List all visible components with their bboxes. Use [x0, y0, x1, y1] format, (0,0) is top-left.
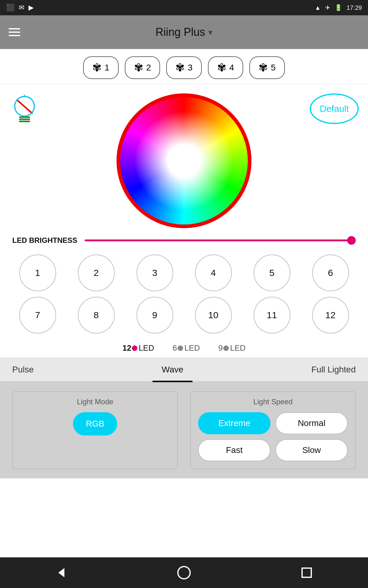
wifi-icon: ▲ — [315, 4, 321, 11]
fan-tab-4[interactable]: ✾ 4 — [208, 56, 243, 79]
led-button-10[interactable]: 10 — [195, 297, 232, 334]
color-section: Default — [0, 84, 368, 231]
speed-buttons: Extreme Normal Fast Slow — [198, 412, 348, 461]
light-mode-label: Light Mode — [20, 398, 170, 406]
gmail-icon: ✉ — [19, 4, 24, 12]
status-bar: ⬛ ✉ ▶ ▲ ✈ 🔋 17:29 — [0, 0, 368, 15]
led-dot-active — [132, 345, 137, 351]
speed-slow-button[interactable]: Slow — [275, 439, 348, 461]
fan-tab-2[interactable]: ✾ 2 — [125, 56, 160, 79]
default-button-label: Default — [320, 104, 349, 114]
status-bar-left: ⬛ ✉ ▶ — [6, 4, 34, 12]
fan-icon-2: ✾ — [134, 61, 143, 74]
svg-rect-5 — [19, 121, 30, 122]
fan-tab-label-3: 3 — [188, 63, 193, 73]
fan-tab-label-1: 1 — [105, 63, 109, 73]
led-count-tabs: 12 LED 6 LED 9 LED — [0, 338, 368, 358]
speed-normal-button[interactable]: Normal — [275, 412, 348, 434]
status-bar-right: ▲ ✈ 🔋 17:29 — [315, 4, 362, 11]
led-button-5[interactable]: 5 — [254, 254, 290, 291]
led-button-8[interactable]: 8 — [78, 297, 115, 334]
back-button[interactable] — [54, 565, 69, 580]
brightness-slider[interactable] — [85, 239, 356, 241]
top-bar: Riing Plus ▾ — [0, 15, 368, 49]
default-button[interactable]: Default — [310, 93, 359, 124]
led-count-tab-6[interactable]: 6 LED — [173, 343, 200, 353]
led-button-9[interactable]: 9 — [136, 297, 173, 334]
bottom-nav — [0, 557, 368, 588]
play-icon: ▶ — [29, 4, 34, 12]
svg-line-6 — [17, 100, 33, 114]
fan-tab-label-2: 2 — [146, 63, 151, 73]
mode-tabs: Pulse Wave Full Lighted — [0, 358, 368, 382]
speed-fast-button[interactable]: Fast — [198, 439, 270, 461]
led-button-2[interactable]: 2 — [78, 254, 115, 291]
color-wheel[interactable] — [117, 93, 251, 228]
battery-icon: 🔋 — [335, 4, 342, 11]
fan-icon-3: ✾ — [175, 61, 185, 74]
home-button[interactable] — [176, 565, 192, 580]
fan-tab-5[interactable]: ✾ 5 — [249, 56, 285, 79]
led-dot-9 — [223, 345, 229, 351]
fan-icon-5: ✾ — [259, 61, 268, 74]
app-title: Riing Plus — [155, 26, 205, 39]
brightness-label: LED BRIGHTNESS — [12, 236, 77, 245]
recent-button[interactable] — [299, 565, 314, 580]
panel-row: Light Mode RGB Light Speed Extreme Norma… — [12, 391, 356, 469]
led-button-12[interactable]: 12 — [312, 297, 349, 334]
fan-tab-label-4: 4 — [229, 63, 234, 73]
fan-tab-1[interactable]: ✾ 1 — [83, 56, 119, 79]
fan-tabs: ✾ 1 ✾ 2 ✾ 3 ✾ 4 ✾ 5 — [0, 49, 368, 84]
color-wheel-center — [172, 149, 196, 173]
brightness-slider-thumb — [347, 236, 356, 245]
hamburger-line — [9, 32, 20, 33]
screen-icon: ⬛ — [6, 4, 14, 12]
hamburger-line — [9, 28, 20, 29]
title-row: Riing Plus ▾ — [155, 26, 213, 39]
rgb-button[interactable]: RGB — [73, 412, 117, 435]
led-button-11[interactable]: 11 — [254, 297, 290, 334]
svg-point-9 — [178, 567, 190, 579]
hamburger-line — [9, 35, 20, 36]
led-button-3[interactable]: 3 — [136, 254, 173, 291]
fan-tab-3[interactable]: ✾ 3 — [166, 56, 202, 79]
svg-rect-10 — [302, 568, 311, 577]
mode-tab-pulse[interactable]: Pulse — [3, 358, 43, 381]
fan-icon-1: ✾ — [92, 61, 102, 74]
led-dot-6 — [178, 345, 183, 351]
light-speed-label: Light Speed — [198, 398, 348, 406]
mode-tab-wave[interactable]: Wave — [152, 358, 193, 381]
led-button-7[interactable]: 7 — [19, 297, 56, 334]
dropdown-arrow-icon[interactable]: ▾ — [208, 27, 213, 37]
led-count-tab-9[interactable]: 9 LED — [218, 343, 246, 353]
brightness-section: LED BRIGHTNESS — [0, 231, 368, 250]
svg-marker-8 — [58, 568, 64, 577]
led-count-tab-12[interactable]: 12 LED — [122, 343, 154, 353]
led-button-1[interactable]: 1 — [19, 254, 56, 291]
fan-icon-4: ✾ — [217, 61, 226, 74]
speed-extreme-button[interactable]: Extreme — [198, 412, 270, 434]
svg-rect-4 — [19, 119, 30, 120]
fan-tab-label-5: 5 — [271, 63, 276, 73]
time-display: 17:29 — [347, 4, 362, 11]
bottom-panel: Light Mode RGB Light Speed Extreme Norma… — [0, 382, 368, 478]
light-speed-panel: Light Speed Extreme Normal Fast Slow — [190, 391, 356, 469]
led-button-4[interactable]: 4 — [195, 254, 232, 291]
light-icon[interactable] — [9, 93, 46, 130]
light-mode-panel: Light Mode RGB — [12, 391, 178, 469]
color-wheel-container[interactable] — [117, 93, 251, 228]
led-buttons-grid: 1 2 3 4 5 6 7 8 9 10 11 12 — [0, 250, 368, 338]
mode-tab-full-lighted[interactable]: Full Lighted — [302, 358, 365, 381]
menu-button[interactable] — [9, 28, 20, 36]
led-button-6[interactable]: 6 — [312, 254, 349, 291]
airplane-icon: ✈ — [325, 4, 330, 11]
